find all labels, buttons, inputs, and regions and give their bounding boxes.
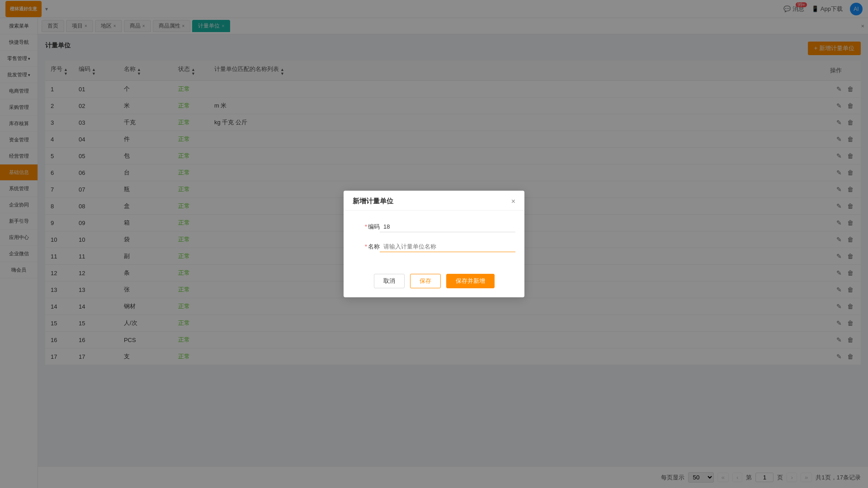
save-button[interactable]: 保存 <box>410 274 441 288</box>
required-marker: * <box>365 223 367 230</box>
form-name-label: *名称 <box>353 243 380 251</box>
dialog-title: 新增计量单位 <box>353 197 393 206</box>
save-and-new-button[interactable]: 保存并新增 <box>446 274 495 288</box>
dialog-body: *编码 *名称 <box>344 211 524 268</box>
required-marker-name: * <box>365 243 367 250</box>
cancel-button[interactable]: 取消 <box>374 274 405 288</box>
dialog-header: 新增计量单位 × <box>344 191 524 211</box>
form-row-name: *名称 <box>353 241 515 252</box>
dialog-close-button[interactable]: × <box>511 198 515 205</box>
code-input[interactable] <box>380 221 515 232</box>
form-code-label: *编码 <box>353 223 380 231</box>
add-unit-dialog: 新增计量单位 × *编码 *名称 取消 保存 保存并新增 <box>344 191 524 297</box>
form-row-code: *编码 <box>353 221 515 232</box>
name-input[interactable] <box>380 241 515 252</box>
dialog-footer: 取消 保存 保存并新增 <box>344 268 524 297</box>
modal-overlay[interactable]: 新增计量单位 × *编码 *名称 取消 保存 保存并新增 <box>0 0 868 488</box>
